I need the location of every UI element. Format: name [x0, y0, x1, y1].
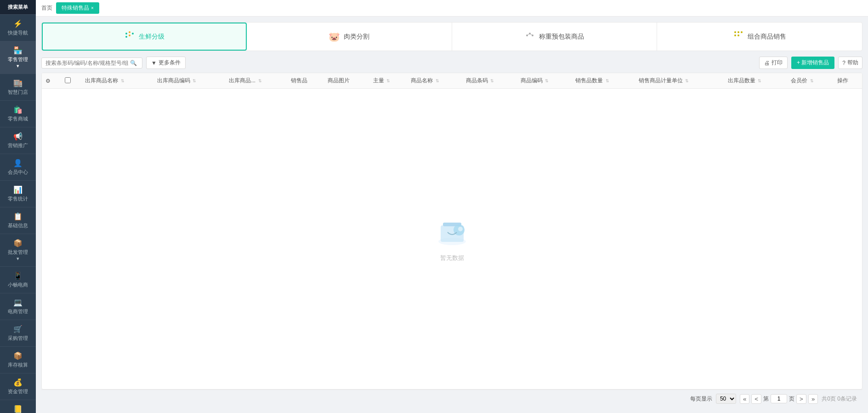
- sidebar-item-label: 电商管理: [8, 308, 28, 315]
- sort-icon[interactable]: ⇅: [193, 79, 196, 83]
- col-out-name: 出库商品名称 ⇅: [81, 73, 153, 89]
- active-tab-label: 特殊销售品: [62, 4, 89, 12]
- empty-icon: [434, 216, 471, 248]
- sort-icon[interactable]: ⇅: [436, 79, 439, 83]
- sidebar-item-marketing[interactable]: 📢 营销推广: [0, 127, 36, 154]
- sort-icon[interactable]: ⇅: [810, 79, 814, 83]
- next-page-button[interactable]: >: [796, 394, 806, 404]
- sidebar-item-wholesale-mgmt[interactable]: 📦 批发管理 ▾: [0, 234, 36, 267]
- fresh-grade-icon: [124, 30, 135, 43]
- sidebar-item-smart-store[interactable]: 🏬 智慧门店: [0, 74, 36, 101]
- sidebar-item-ecom-mgmt[interactable]: 💻 电商管理: [0, 293, 36, 320]
- sort-icon[interactable]: ⇅: [386, 79, 390, 83]
- print-label: 打印: [772, 59, 783, 67]
- table-header-row: ⚙ 出库商品名称 ⇅ 出库商品编码 ⇅ 出库商品... ⇅: [42, 73, 862, 89]
- col-out-spec: 出库商品... ⇅: [225, 73, 287, 89]
- cat-tab-combo-sales[interactable]: 组合商品销售: [657, 23, 862, 51]
- sort-icon[interactable]: ⇅: [685, 79, 689, 83]
- last-page-button[interactable]: »: [808, 394, 818, 404]
- cat-tab-meat-cut[interactable]: 🐷 肉类分割: [247, 23, 452, 51]
- smart-store-icon: 🏬: [13, 79, 23, 87]
- sort-icon[interactable]: ⇅: [606, 79, 609, 83]
- sidebar: 搜索菜单 ⚡ 快捷导航 🏪 零售管理 ▾ 🏬 智慧门店 🛍️ 零售商城 📢 营销…: [0, 0, 36, 413]
- sort-icon[interactable]: ⇅: [121, 79, 125, 83]
- help-button[interactable]: ? 帮助: [838, 57, 862, 69]
- add-button[interactable]: + 新增销售品: [791, 57, 834, 69]
- sidebar-item-quick-nav[interactable]: ⚡ 快捷导航: [0, 15, 36, 41]
- col-settings[interactable]: ⚙: [42, 73, 61, 89]
- purchase-mgmt-icon: 🛒: [13, 325, 23, 333]
- col-product-code: 商品编码 ⇅: [517, 73, 572, 89]
- col-checkbox[interactable]: [61, 73, 82, 89]
- data-table: ⚙ 出库商品名称 ⇅ 出库商品编码 ⇅ 出库商品... ⇅: [42, 73, 862, 89]
- quick-nav-icon: ⚡: [13, 19, 23, 28]
- sidebar-item-label: 快捷导航: [8, 29, 28, 36]
- finance-icon: 💰: [13, 378, 23, 387]
- filter-button[interactable]: ▼ 更多条件: [146, 57, 186, 69]
- search-input[interactable]: [45, 60, 128, 66]
- cat-tab-fresh-grade[interactable]: 生鲜分级: [42, 23, 247, 51]
- col-product-name: 商品名称 ⇅: [407, 73, 462, 89]
- help-icon: ?: [842, 60, 845, 66]
- chevron-down-icon: ▾: [17, 256, 19, 262]
- sidebar-item-label: 资金管理: [8, 388, 28, 395]
- col-sale-qty: 销售品数量 ⇅: [572, 73, 635, 89]
- pagination: 每页显示 50 « < 第 页 > » 共0页 0条记录: [41, 390, 862, 407]
- sort-icon[interactable]: ⇅: [758, 79, 761, 83]
- sidebar-logo[interactable]: 搜索菜单: [0, 0, 36, 15]
- ecom-mgmt-icon: 💻: [13, 298, 23, 307]
- col-member-price: 会员价 ⇅: [787, 73, 834, 89]
- sidebar-item-retail-mall[interactable]: 🛍️ 零售商城: [0, 101, 36, 127]
- print-button[interactable]: 🖨 打印: [759, 57, 788, 69]
- basic-info-icon: 📋: [13, 212, 23, 221]
- sidebar-item-retail-mgmt[interactable]: 🏪 零售管理 ▾: [0, 41, 36, 74]
- print-icon: 🖨: [764, 60, 770, 66]
- svg-point-10: [734, 31, 736, 33]
- sidebar-item-retail-stats[interactable]: 📊 零售统计: [0, 181, 36, 207]
- sidebar-item-label: 批发管理: [8, 249, 28, 256]
- svg-point-14: [738, 34, 739, 36]
- per-page-select[interactable]: 50: [716, 394, 736, 404]
- general-ledger-icon: 📒: [13, 405, 23, 413]
- page-input[interactable]: [771, 394, 787, 403]
- home-tab[interactable]: 首页: [41, 4, 52, 12]
- wholesale-mgmt-icon: 📦: [13, 239, 23, 247]
- svg-line-9: [530, 34, 533, 35]
- col-out-qty: 出库品数量 ⇅: [724, 73, 788, 89]
- sidebar-item-member-center[interactable]: 👤 会员中心: [0, 154, 36, 181]
- sort-icon[interactable]: ⇅: [490, 79, 494, 83]
- sidebar-item-general-ledger[interactable]: 📒 总账管理: [0, 400, 36, 413]
- tab-close-icon[interactable]: ×: [91, 6, 94, 11]
- sidebar-item-mini-ecom[interactable]: 📱 小畅电商: [0, 267, 36, 293]
- first-page-button[interactable]: «: [740, 394, 749, 404]
- search-box[interactable]: 🔍: [41, 57, 142, 69]
- sidebar-item-label: 智慧门店: [8, 89, 28, 96]
- toolbar-right: 🖨 打印 + 新增销售品 ? 帮助: [759, 57, 862, 69]
- cat-tab-label: 称重预包装商品: [539, 33, 584, 41]
- prev-page-button[interactable]: <: [751, 394, 761, 404]
- page-label: 第: [763, 395, 769, 403]
- weight-pack-icon: [524, 30, 535, 43]
- active-tab[interactable]: 特殊销售品 ×: [56, 2, 99, 14]
- mini-ecom-icon: 📱: [13, 271, 23, 280]
- main-content: 首页 特殊销售品 × 生鲜分级: [36, 0, 868, 413]
- topbar: 首页 特殊销售品 ×: [36, 0, 868, 17]
- sidebar-item-inventory[interactable]: 📦 库存核算: [0, 347, 36, 373]
- sidebar-item-label: 小畅电商: [8, 281, 28, 288]
- col-out-code: 出库商品编码 ⇅: [153, 73, 225, 89]
- empty-text: 暂无数据: [440, 254, 464, 262]
- cat-tab-label: 组合商品销售: [748, 33, 786, 41]
- sort-icon[interactable]: ⇅: [545, 79, 549, 83]
- sidebar-item-finance[interactable]: 💰 资金管理: [0, 373, 36, 400]
- cat-tab-weight-pack[interactable]: 称重预包装商品: [452, 23, 657, 51]
- select-all-checkbox[interactable]: [65, 77, 71, 83]
- svg-point-0: [125, 33, 127, 34]
- sidebar-item-label: 库存核算: [8, 361, 28, 368]
- toolbar-left: 🔍 ▼ 更多条件: [41, 57, 186, 69]
- sort-icon[interactable]: ⇅: [258, 79, 262, 83]
- sidebar-item-basic-info[interactable]: 📋 基础信息: [0, 207, 36, 234]
- retail-stats-icon: 📊: [13, 185, 23, 194]
- sidebar-item-label: 营销推广: [8, 142, 28, 149]
- sidebar-item-purchase-mgmt[interactable]: 🛒 采购管理: [0, 320, 36, 347]
- col-operations: 操作: [834, 73, 862, 89]
